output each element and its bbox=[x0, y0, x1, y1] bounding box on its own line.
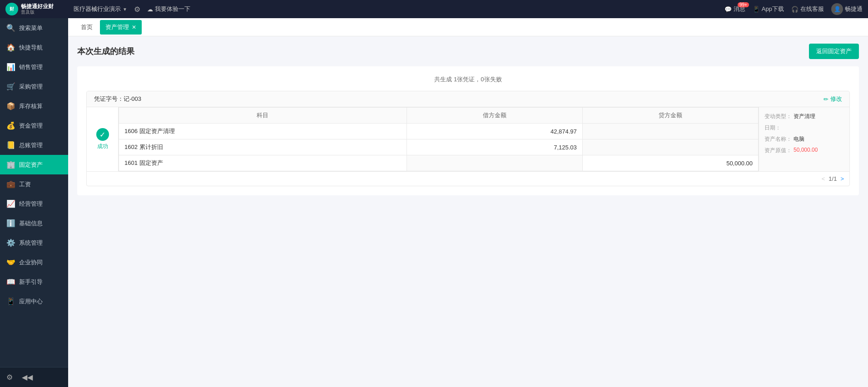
sidebar-label-purchase: 采购管理 bbox=[19, 83, 43, 91]
credit-1 bbox=[582, 124, 758, 139]
sidebar-label-quicknav: 快捷导航 bbox=[19, 44, 43, 52]
success-icon: ✓ bbox=[96, 128, 109, 141]
sidebar-item-search[interactable]: 🔍 搜索菜单 bbox=[0, 18, 68, 38]
header-right: 💬 消息 99+ 📱 App下载 🎧 在线客服 👤 畅捷通 bbox=[724, 3, 863, 15]
rp-original-value: 资产原值： 50,000.00 bbox=[764, 147, 844, 154]
rp-asset-name-value: 电脑 bbox=[794, 135, 804, 143]
sidebar-label-sales: 销售管理 bbox=[19, 63, 43, 71]
rp-asset-name-label: 资产名称： bbox=[764, 135, 792, 143]
search-icon: 🔍 bbox=[6, 24, 15, 32]
table-row: 1602 累计折旧 7,125.03 bbox=[119, 139, 759, 155]
sidebar-item-guide[interactable]: 📖 新手引导 bbox=[0, 272, 68, 292]
sidebar-item-purchase[interactable]: 🛒 采购管理 bbox=[0, 77, 68, 96]
app-download-label: App下载 bbox=[762, 5, 784, 13]
table-row: 1601 固定资产 50,000.00 bbox=[119, 155, 759, 171]
cloud-icon: ☁ bbox=[147, 6, 153, 13]
sidebar-settings-icon[interactable]: ⚙ bbox=[6, 373, 13, 382]
debit-3 bbox=[407, 155, 582, 171]
company-selector[interactable]: 医疗器械行业演示 ▼ bbox=[74, 5, 127, 13]
sidebar-label-app-center: 应用中心 bbox=[19, 298, 43, 306]
customer-service-label: 在线客服 bbox=[800, 5, 824, 13]
user-profile[interactable]: 👤 畅捷通 bbox=[831, 3, 863, 15]
purchase-icon: 🛒 bbox=[6, 82, 15, 91]
sidebar-item-basic-info[interactable]: ℹ️ 基础信息 bbox=[0, 213, 68, 233]
sidebar-label-finance: 资金管理 bbox=[19, 122, 43, 130]
sidebar-label-enterprise: 企业协同 bbox=[19, 258, 43, 267]
sidebar-label-fixed-assets: 固定资产 bbox=[19, 161, 43, 169]
user-label: 畅捷通 bbox=[845, 5, 863, 13]
ledger-icon: 📒 bbox=[6, 141, 15, 149]
customer-service-button[interactable]: 🎧 在线客服 bbox=[791, 5, 824, 13]
sidebar-item-finance[interactable]: 💰 资金管理 bbox=[0, 116, 68, 135]
sidebar-item-inventory[interactable]: 📦 库存核算 bbox=[0, 96, 68, 116]
chevron-down-icon: ▼ bbox=[123, 7, 127, 12]
sidebar-scroll: 🔍 搜索菜单 🏠 快捷导航 📊 销售管理 🛒 采购管理 📦 库存核算 💰 bbox=[0, 18, 68, 367]
avatar: 👤 bbox=[831, 3, 843, 15]
sidebar-item-operations[interactable]: 📈 经营管理 bbox=[0, 194, 68, 213]
tab-close-icon[interactable]: ✕ bbox=[132, 24, 136, 30]
tab-home[interactable]: 首页 bbox=[75, 20, 98, 35]
credit-2 bbox=[582, 139, 758, 155]
guide-icon: 📖 bbox=[6, 278, 15, 286]
credit-3: 50,000.00 bbox=[582, 155, 758, 171]
logo-subtitle: 普及版 bbox=[21, 10, 54, 15]
enterprise-icon: 🤝 bbox=[6, 258, 15, 267]
rp-date-label: 日期： bbox=[764, 124, 781, 132]
edit-button[interactable]: ✏ 修改 bbox=[823, 95, 842, 103]
sidebar-item-fixed-assets[interactable]: 🏢 固定资产 bbox=[0, 155, 68, 174]
result-card: 共生成 1张凭证，0张失败 凭证字号：记-003 ✏ 修改 bbox=[77, 66, 859, 195]
settings-icon[interactable]: ⚙ bbox=[131, 3, 144, 15]
sidebar-item-payroll[interactable]: 💼 工资 bbox=[0, 174, 68, 194]
sidebar-label-guide: 新手引导 bbox=[19, 278, 43, 286]
result-summary: 共生成 1张凭证，0张失败 bbox=[86, 75, 850, 84]
home-icon: 🏠 bbox=[6, 43, 15, 52]
sidebar-item-app-center[interactable]: 📱 应用中心 bbox=[0, 292, 68, 311]
inventory-icon: 📦 bbox=[6, 102, 15, 110]
sidebar-item-sales[interactable]: 📊 销售管理 bbox=[0, 57, 68, 77]
sidebar-item-system[interactable]: ⚙️ 系统管理 bbox=[0, 233, 68, 253]
rp-original-value-value: 50,000.00 bbox=[794, 147, 818, 153]
rp-original-value-label: 资产原值： bbox=[764, 147, 792, 154]
status-wrapper: ✓ 成功 bbox=[87, 107, 119, 171]
company-name: 医疗器械行业演示 bbox=[74, 5, 121, 13]
prev-page-button[interactable]: < bbox=[822, 175, 825, 182]
content-area: 首页 资产管理 ✕ 本次生成的结果 返回固定资产 共生成 1张凭证，0张失败 凭… bbox=[68, 18, 868, 387]
trial-label: 我要体验一下 bbox=[155, 5, 190, 13]
trial-button[interactable]: ☁ 我要体验一下 bbox=[147, 5, 190, 13]
page-title: 本次生成的结果 bbox=[77, 46, 134, 57]
next-page-button[interactable]: > bbox=[840, 175, 844, 182]
tab-asset-label: 资产管理 bbox=[105, 23, 129, 31]
top-header: 财 畅捷通好业财 普及版 医疗器械行业演示 ▼ ⚙ ☁ 我要体验一下 💬 消息 … bbox=[0, 0, 868, 18]
sidebar: 🔍 搜索菜单 🏠 快捷导航 📊 销售管理 🛒 采购管理 📦 库存核算 💰 bbox=[0, 18, 68, 387]
col-credit: 贷方金额 bbox=[582, 108, 758, 124]
operations-icon: 📈 bbox=[6, 199, 15, 208]
return-button[interactable]: 返回固定资产 bbox=[809, 44, 859, 59]
sidebar-item-ledger[interactable]: 📒 总账管理 bbox=[0, 135, 68, 155]
sidebar-bottom: ⚙ ◀◀ bbox=[0, 367, 68, 387]
rp-change-type: 变动类型： 资产清理 bbox=[764, 113, 844, 120]
messages-button[interactable]: 💬 消息 99+ bbox=[724, 5, 745, 13]
subject-2: 1602 累计折旧 bbox=[119, 139, 407, 155]
subject-1: 1606 固定资产清理 bbox=[119, 124, 407, 139]
finance-icon: 💰 bbox=[6, 121, 15, 130]
tab-home-label: 首页 bbox=[81, 23, 93, 31]
page-content: 本次生成的结果 返回固定资产 共生成 1张凭证，0张失败 凭证字号：记-003 … bbox=[68, 36, 868, 387]
message-icon: 💬 bbox=[724, 6, 732, 13]
sidebar-item-enterprise[interactable]: 🤝 企业协同 bbox=[0, 253, 68, 272]
subject-3: 1601 固定资产 bbox=[119, 155, 407, 171]
sidebar-item-quicknav[interactable]: 🏠 快捷导航 bbox=[0, 38, 68, 57]
edit-label: 修改 bbox=[830, 95, 842, 103]
voucher-table: 科目 借方金额 贷方金额 1606 固定资产清理 42,874.97 bbox=[119, 107, 759, 171]
sidebar-collapse-icon[interactable]: ◀◀ bbox=[22, 373, 33, 382]
sidebar-label-operations: 经营管理 bbox=[19, 200, 43, 208]
table-row: 1606 固定资产清理 42,874.97 bbox=[119, 124, 759, 139]
rp-date: 日期： bbox=[764, 124, 844, 132]
right-panel: 变动类型： 资产清理 日期： 资产名称： 电脑 bbox=[759, 107, 849, 171]
headset-icon: 🎧 bbox=[791, 6, 799, 13]
logo-icon: 财 bbox=[5, 3, 18, 15]
app-download-button[interactable]: 📱 App下载 bbox=[753, 5, 784, 13]
tab-asset-management[interactable]: 资产管理 ✕ bbox=[100, 20, 142, 35]
fixed-assets-icon: 🏢 bbox=[6, 160, 15, 169]
main-layout: 🔍 搜索菜单 🏠 快捷导航 📊 销售管理 🛒 采购管理 📦 库存核算 💰 bbox=[0, 18, 868, 387]
col-subject: 科目 bbox=[119, 108, 407, 124]
